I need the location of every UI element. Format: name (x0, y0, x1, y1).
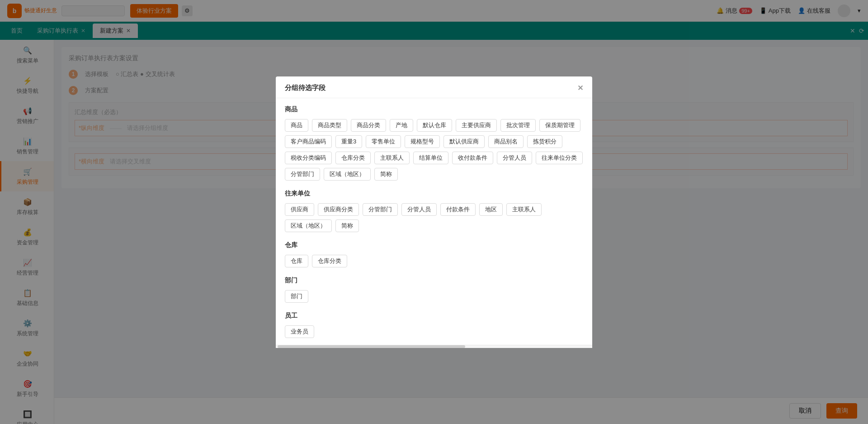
field-tag[interactable]: 默认仓库 (417, 119, 452, 132)
field-tag[interactable]: 供应商 (285, 203, 314, 216)
section-counterparty-tags: 供应商 供应商分类 分管部门 分管人员 付款条件 地区 主联系人 区域（地区） … (285, 203, 583, 232)
field-tag[interactable]: 批次管理 (500, 119, 536, 132)
field-tag[interactable]: 简称 (374, 168, 398, 181)
field-tag[interactable]: 产地 (390, 119, 413, 132)
field-tag[interactable]: 区域（地区） (285, 219, 332, 232)
modal-body: 商品 商品 商品类型 商品分类 产地 默认仓库 主要供应商 批次管理 保质期管理… (276, 98, 592, 345)
section-department-title: 部门 (285, 276, 583, 285)
field-tag[interactable]: 分管人员 (401, 203, 437, 216)
section-employee-title: 员工 (285, 312, 583, 320)
field-tag[interactable]: 商品分类 (351, 119, 386, 132)
field-tag[interactable]: 拣货积分 (527, 135, 562, 148)
field-tag[interactable]: 商品类型 (312, 119, 347, 132)
section-warehouse-title: 仓库 (285, 241, 583, 249)
field-tag[interactable]: 主联系人 (374, 152, 410, 164)
field-tag[interactable]: 规格型号 (405, 135, 440, 148)
section-department-tags: 部门 (285, 290, 583, 303)
section-product-tags: 商品 商品类型 商品分类 产地 默认仓库 主要供应商 批次管理 保质期管理 客户… (285, 119, 583, 181)
field-tag[interactable]: 往来单位分类 (536, 152, 583, 164)
modal-horizontal-scrollbar[interactable] (276, 345, 592, 348)
field-tag[interactable]: 分管人员 (497, 152, 532, 164)
field-tag[interactable]: 区域（地区） (324, 168, 371, 181)
field-tag[interactable]: 仓库 (285, 255, 308, 267)
field-tag[interactable]: 简称 (335, 219, 359, 232)
field-tag[interactable]: 付款条件 (440, 203, 476, 216)
field-tag[interactable]: 地区 (479, 203, 503, 216)
field-tag[interactable]: 结算单位 (413, 152, 448, 164)
field-tag[interactable]: 供应商分类 (318, 203, 359, 216)
field-tag[interactable]: 保质期管理 (539, 119, 580, 132)
field-tag[interactable]: 主要供应商 (456, 119, 497, 132)
modal-overlay: 分组待选字段 ✕ 商品 商品 商品类型 商品分类 产地 默认仓库 主要供应商 批… (0, 0, 868, 424)
section-employee: 员工 业务员 (285, 312, 583, 338)
field-tag[interactable]: 分管部门 (285, 168, 320, 181)
section-employee-tags: 业务员 (285, 325, 583, 338)
section-counterparty-title: 往来单位 (285, 190, 583, 198)
section-warehouse-tags: 仓库 仓库分类 (285, 255, 583, 267)
section-product: 商品 商品 商品类型 商品分类 产地 默认仓库 主要供应商 批次管理 保质期管理… (285, 105, 583, 181)
field-tag[interactable]: 业务员 (285, 325, 314, 338)
field-tag[interactable]: 默认供应商 (443, 135, 485, 148)
field-tag[interactable]: 主联系人 (506, 203, 542, 216)
section-counterparty: 往来单位 供应商 供应商分类 分管部门 分管人员 付款条件 地区 主联系人 区域… (285, 190, 583, 232)
modal-close-button[interactable]: ✕ (577, 84, 583, 92)
field-tag[interactable]: 重量3 (335, 135, 362, 148)
field-selection-modal: 分组待选字段 ✕ 商品 商品 商品类型 商品分类 产地 默认仓库 主要供应商 批… (276, 76, 592, 348)
section-product-title: 商品 (285, 105, 583, 114)
section-department: 部门 部门 (285, 276, 583, 303)
field-tag[interactable]: 分管部门 (363, 203, 398, 216)
field-tag[interactable]: 税收分类编码 (285, 152, 332, 164)
field-tag[interactable]: 仓库分类 (335, 152, 371, 164)
field-tag[interactable]: 商品 (285, 119, 308, 132)
field-tag[interactable]: 零售单位 (366, 135, 401, 148)
section-warehouse: 仓库 仓库 仓库分类 (285, 241, 583, 267)
field-tag[interactable]: 收付款条件 (452, 152, 493, 164)
field-tag[interactable]: 仓库分类 (312, 255, 347, 267)
modal-scrollbar-thumb (278, 345, 465, 348)
field-tag[interactable]: 客户商品编码 (285, 135, 332, 148)
field-tag[interactable]: 部门 (285, 290, 308, 303)
field-tag[interactable]: 商品别名 (488, 135, 524, 148)
modal-header: 分组待选字段 ✕ (276, 76, 592, 98)
modal-title: 分组待选字段 (285, 84, 326, 92)
